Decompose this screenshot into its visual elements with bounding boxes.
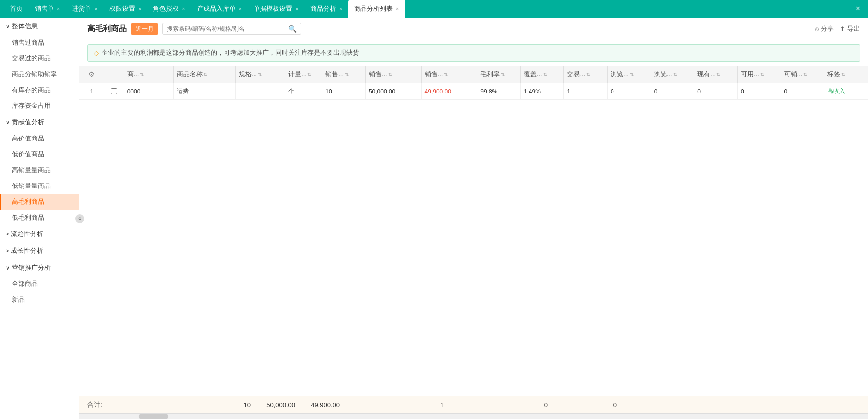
- tab-close-purchase[interactable]: ×: [94, 6, 97, 12]
- tab-close-product-analysis[interactable]: ×: [339, 6, 342, 12]
- th-sales-cost[interactable]: 销售...⇅: [421, 66, 477, 83]
- sidebar-item-all-goods[interactable]: 全部商品: [0, 276, 79, 292]
- footer-total: 合计: 10 50,000.00 49,900.00 1 0 0: [79, 396, 868, 413]
- th-browse1[interactable]: 浏览...⇅: [608, 66, 651, 83]
- tab-template-settings[interactable]: 单据模板设置×: [248, 0, 304, 18]
- sidebar-item-stock-ratio[interactable]: 库存资金占用: [0, 98, 79, 114]
- sidebar-group-trend[interactable]: >流趋性分析: [0, 226, 79, 242]
- search-icon[interactable]: 🔍: [288, 25, 297, 33]
- th-label-tag: 标签: [827, 70, 840, 78]
- window-close-button[interactable]: ×: [852, 4, 864, 13]
- th-label-cover: 覆盖...: [524, 70, 542, 78]
- th-browse2[interactable]: 浏览...⇅: [651, 66, 694, 83]
- share-button[interactable]: ⎋ 分享: [815, 24, 834, 33]
- tab-sales-order[interactable]: 销售单×: [29, 0, 66, 18]
- sidebar-collapse-button[interactable]: «: [75, 214, 84, 223]
- cell-name-0: 运费: [173, 83, 235, 100]
- info-banner-text: 企业的主要的利润都是这部分商品创造的，可考虑加大推广，同时关注库存是不要出现缺货: [102, 48, 359, 57]
- tab-role-auth[interactable]: 角色授权×: [147, 0, 191, 18]
- page-title: 高毛利商品: [87, 24, 127, 34]
- sidebar-item-stocked-goods[interactable]: 有库存的商品: [0, 82, 79, 98]
- sidebar-group-financial[interactable]: ∨贡献值分析: [0, 114, 79, 131]
- th-label-stock-sale: 可销...: [784, 70, 803, 78]
- th-sales-qty[interactable]: 销售...⇅: [322, 66, 366, 83]
- sidebar-item-high-sales-vol[interactable]: 高销量量商品: [0, 162, 79, 178]
- sort-icon-code: ⇅: [140, 72, 144, 77]
- cell-sales-cost-0: 49,900.00: [421, 83, 477, 100]
- tab-close-product-entry[interactable]: ×: [239, 6, 242, 12]
- share-label: 分享: [821, 24, 834, 33]
- export-button[interactable]: ⬆ 导出: [840, 24, 860, 33]
- cell-sales-qty-0: 10: [322, 83, 366, 100]
- group-label-financial: 贡献值分析: [12, 118, 44, 127]
- th-label-stock-avail: 可用...: [741, 70, 759, 78]
- th-label-sales-qty: 销售...: [325, 70, 344, 78]
- tab-close-sales-order[interactable]: ×: [57, 6, 60, 12]
- th-tag[interactable]: 标签⇅: [824, 66, 868, 83]
- cell-check-0[interactable]: [104, 83, 124, 100]
- sidebar-group-growth[interactable]: >成长性分析: [0, 242, 79, 259]
- th-spec[interactable]: 规格...⇅: [235, 66, 285, 83]
- tab-close-auth-settings[interactable]: ×: [138, 6, 141, 12]
- tab-close-role-auth[interactable]: ×: [182, 6, 185, 12]
- sort-icon-browse2: ⇅: [673, 72, 677, 77]
- settings-icon[interactable]: ⚙: [88, 70, 95, 78]
- tab-home[interactable]: 首页: [4, 0, 29, 18]
- th-label-sales-cost: 销售...: [425, 70, 443, 78]
- scroll-thumb[interactable]: [139, 414, 168, 419]
- th-name[interactable]: 商品名称⇅: [173, 66, 235, 83]
- tab-product-analysis-list[interactable]: 商品分析列表×: [348, 0, 405, 18]
- sidebar-item-high-value[interactable]: 高价值商品: [0, 131, 79, 146]
- th-unit[interactable]: 计量...⇅: [285, 66, 322, 83]
- col-settings[interactable]: ⚙: [79, 66, 104, 83]
- tab-product-entry[interactable]: 产成品入库单×: [191, 0, 248, 18]
- tab-close-product-analysis-list[interactable]: ×: [396, 6, 399, 12]
- tab-close-template-settings[interactable]: ×: [295, 6, 298, 12]
- sort-icon-browse1: ⇅: [630, 72, 634, 77]
- table-wrap: ⚙商...⇅商品名称⇅规格...⇅计量...⇅销售...⇅销售...⇅销售...…: [79, 66, 868, 396]
- cell-stock-avail-0: 0: [737, 83, 781, 100]
- tab-product-analysis[interactable]: 商品分析×: [305, 0, 348, 18]
- footer-stock-sale: 0: [582, 401, 617, 409]
- cell-stock-sale-0: 0: [781, 83, 824, 100]
- sidebar-group-marketing[interactable]: ∨营销推广分析: [0, 259, 79, 276]
- footer-sales-amt: 50,000.00: [251, 401, 295, 409]
- cell-spec-0: [235, 83, 285, 100]
- th-gross-rate[interactable]: 毛利率⇅: [477, 66, 521, 83]
- cell-stock-cur-0: 0: [694, 83, 738, 100]
- group-arrow-overall: ∨: [6, 23, 10, 30]
- sidebar-item-low-sales-vol[interactable]: 低销量量商品: [0, 178, 79, 194]
- main-area: ∨整体信息销售过商品交易过的商品商品分销助销率有库存的商品库存资金占用∨贡献值分…: [0, 18, 868, 419]
- tab-auth-settings[interactable]: 权限设置×: [103, 0, 147, 18]
- horizontal-scrollbar[interactable]: [79, 413, 868, 419]
- cell-trade-0: 1: [564, 83, 608, 100]
- th-stock-avail[interactable]: 可用...⇅: [737, 66, 781, 83]
- th-cover[interactable]: 覆盖...⇅: [520, 66, 564, 83]
- group-label-growth: 成长性分析: [11, 246, 43, 255]
- th-stock-sale[interactable]: 可销...⇅: [781, 66, 824, 83]
- th-sales-amt[interactable]: 销售...⇅: [365, 66, 421, 83]
- share-icon: ⎋: [815, 25, 819, 33]
- th-stock-cur[interactable]: 现有...⇅: [694, 66, 738, 83]
- sidebar-group-overall[interactable]: ∨整体信息: [0, 18, 79, 35]
- th-label-code: 商...: [127, 70, 139, 78]
- export-label: 导出: [847, 24, 860, 33]
- sidebar-item-high-margin[interactable]: 高毛利商品: [0, 194, 79, 210]
- sidebar-item-low-value[interactable]: 低价值商品: [0, 146, 79, 162]
- sort-icon-unit: ⇅: [307, 72, 311, 77]
- sidebar-item-low-margin[interactable]: 低毛利商品: [0, 210, 79, 226]
- sidebar-item-new-goods[interactable]: 新品: [0, 292, 79, 308]
- search-input[interactable]: [167, 25, 288, 32]
- row-checkbox-0[interactable]: [111, 88, 117, 94]
- sidebar-item-analysis-rate[interactable]: 商品分销助销率: [0, 66, 79, 82]
- time-filter-button[interactable]: 近一月: [131, 23, 158, 35]
- header-actions: ⎋ 分享 ⬆ 导出: [815, 24, 860, 33]
- group-arrow-financial: ∨: [6, 119, 10, 126]
- sidebar-item-sales-goods[interactable]: 销售过商品: [0, 35, 79, 50]
- sort-icon-name: ⇅: [204, 72, 207, 77]
- th-code[interactable]: 商...⇅: [124, 66, 173, 83]
- tab-purchase[interactable]: 进货单×: [66, 0, 103, 18]
- table-body: 10000...运费个1050,000.0049,900.0099.8%1.49…: [79, 83, 868, 100]
- th-trade[interactable]: 交易...⇅: [564, 66, 608, 83]
- sidebar-item-traded-goods[interactable]: 交易过的商品: [0, 50, 79, 66]
